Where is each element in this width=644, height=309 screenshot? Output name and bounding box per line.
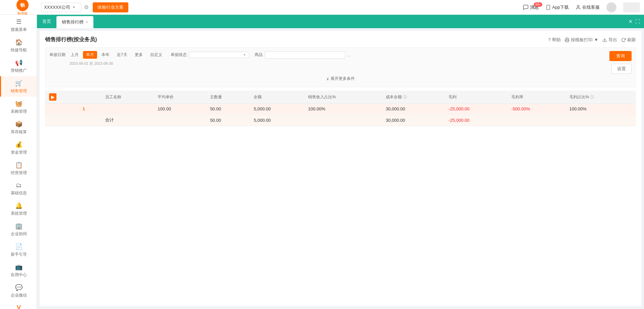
company-selector[interactable]: XXXXXX公司 ▼	[41, 3, 81, 12]
cost-value: 30,000.00	[386, 106, 405, 111]
logo: 畅 标准版	[4, 0, 41, 16]
expand-more-button[interactable]: ∨ 展开更多条件	[326, 76, 355, 82]
sidebar-item-system[interactable]: 🔔 系统管理	[0, 199, 37, 219]
table-row: 1 100.00 50.00	[45, 104, 636, 114]
date-btn-last-month[interactable]: 上月	[68, 51, 82, 59]
content-area: 首页 销售排行榜 × ✕ ⛶ 销售排行榜(按业务员)	[37, 15, 644, 309]
sidebar-item-inventory[interactable]: 📦 库存核算	[0, 117, 37, 138]
sidebar-item-label: 快捷导航	[11, 47, 27, 53]
tab-home-label: 首页	[42, 18, 51, 24]
cost-info-icon[interactable]: ⓘ	[403, 95, 407, 99]
help-icon: ?	[548, 37, 551, 42]
window-expand-icon[interactable]: ⛶	[635, 19, 640, 24]
tab-close-icon[interactable]: ×	[86, 20, 88, 24]
col-rank-icon: ▶	[45, 91, 79, 104]
svg-rect-2	[547, 5, 550, 9]
footer-label-cell	[45, 114, 101, 126]
filter-bar: 单据日期 上月 本月 本年 近7天 更多 自定义	[45, 47, 636, 87]
page-content: 销售排行榜(按业务员) ? 帮助 按模板打印 ▼	[40, 31, 641, 306]
cell-cost: 30,000.00	[382, 104, 444, 114]
date-btn-this-month[interactable]: 本月	[83, 51, 97, 59]
footer-sales-pct	[304, 114, 382, 126]
table-body: 1 100.00 50.00	[45, 104, 636, 114]
export-button[interactable]: 导出	[602, 37, 617, 43]
sidebar-item-label: 系统管理	[11, 211, 27, 216]
sidebar-item-basic[interactable]: 🗂 基础信息	[0, 178, 37, 199]
rank-sort-button[interactable]: ▶	[49, 93, 56, 101]
sidebar-item-member[interactable]: V 畅会员	[0, 301, 37, 309]
sidebar-item-guide[interactable]: 📄 新手引导	[0, 240, 37, 260]
table-footer: 合计 50.00 5,000.00	[45, 114, 636, 126]
top-right-area: 消息 99+ App下载 在线客服	[523, 2, 640, 12]
sidebar-item-marketing[interactable]: 📢 营销推广	[0, 56, 37, 76]
settings-button[interactable]: 设置	[611, 64, 632, 74]
sidebar-item-sales[interactable]: 🛒 销售管理	[0, 76, 37, 97]
sidebar-item-enterprise[interactable]: 🏢 企业协同	[0, 219, 37, 240]
tab-bar-right: ✕ ⛶	[629, 19, 644, 24]
cell-gross: -25,000.00	[444, 104, 507, 114]
print-dropdown-icon[interactable]: ▼	[594, 37, 598, 42]
basic-icon: 🗂	[16, 182, 22, 189]
print-button[interactable]: 按模板打印 ▼	[565, 37, 598, 43]
header-actions: ? 帮助 按模板打印 ▼	[548, 37, 636, 43]
marketing-icon: 📢	[15, 59, 23, 66]
expand-label: 展开更多条件	[331, 76, 355, 82]
app-download-button[interactable]: App下载	[546, 4, 569, 10]
gross-pct-info-icon[interactable]: ⓘ	[590, 95, 594, 99]
online-service-label: 在线客服	[582, 4, 600, 10]
footer-gross-value: -25,000.00	[448, 118, 469, 123]
date-btn-more[interactable]: 更多	[132, 51, 146, 59]
sidebar-item-label: 经营管理	[11, 170, 27, 176]
sidebar-item-quick-nav[interactable]: 🏠 快捷导航	[0, 35, 37, 56]
col-cost: 成本全额 ⓘ	[382, 91, 444, 104]
chevron-down-icon: ▼	[72, 5, 76, 9]
online-service-button[interactable]: 在线客服	[575, 4, 600, 10]
cell-gross-pct: 100.00%	[565, 104, 636, 114]
page-header: 销售排行榜(按业务员) ? 帮助 按模板打印 ▼	[45, 36, 636, 43]
date-range-text: 2023-06-01 至 2023-06-30	[70, 61, 113, 65]
help-button[interactable]: ? 帮助	[548, 37, 561, 43]
date-btn-7days[interactable]: 近7天	[114, 51, 130, 59]
refresh-button[interactable]: 刷新	[621, 37, 636, 43]
company-settings-icon[interactable]: ⚙	[84, 4, 89, 10]
window-close-icon[interactable]: ✕	[629, 19, 633, 24]
goods-input-field[interactable]	[265, 51, 345, 59]
sidebar-item-label: 搜索菜单	[11, 27, 27, 33]
sidebar-item-finance[interactable]: 💰 资金管理	[0, 138, 37, 158]
footer-amount: 5,000.00	[250, 114, 304, 126]
tab-home[interactable]: 首页	[37, 15, 56, 28]
company-name: XXXXXX公司	[44, 4, 70, 10]
footer-gross: -25,000.00	[444, 114, 507, 126]
svg-text:畅: 畅	[20, 2, 25, 8]
sidebar: ☰ 搜索菜单 🏠 快捷导航 📢 营销推广 🛒 销售管理 🧺 采购管理 📦	[0, 15, 37, 309]
col-gross-pct: 毛利占比% ⓘ	[565, 91, 636, 104]
status-dropdown-icon: ▼	[243, 53, 246, 57]
sales-pct-value: 100.00%	[308, 106, 325, 111]
sidebar-item-search-order[interactable]: ☰ 搜索菜单	[0, 15, 37, 35]
cell-rank: 1	[79, 104, 101, 114]
data-table: ▶ 员工名称 平均单价 主数量	[45, 91, 636, 301]
user-name[interactable]	[623, 2, 640, 12]
home-icon: 🏠	[15, 39, 23, 46]
trial-button[interactable]: 体验行业方案	[93, 2, 128, 12]
footer-employee: 合计	[101, 114, 154, 126]
date-btn-custom[interactable]: 自定义	[147, 51, 165, 59]
more-filters-link[interactable]: ...	[347, 53, 351, 57]
gross-rate-value: -500.00%	[511, 106, 530, 111]
expand-down-icon: ∨	[326, 76, 329, 81]
goods-search-input[interactable]	[268, 53, 342, 57]
sidebar-item-app-center[interactable]: 📺 应用中心	[0, 260, 37, 280]
sidebar-item-wechat[interactable]: 💬 企业微信	[0, 280, 37, 301]
date-btn-this-year[interactable]: 本年	[98, 51, 113, 59]
col-gross-rate: 毛利率	[507, 91, 565, 104]
sidebar-item-operations[interactable]: 📋 经营管理	[0, 158, 37, 178]
message-button[interactable]: 消息 99+	[523, 4, 539, 10]
status-select[interactable]: ▼	[189, 52, 249, 58]
date-buttons: 上月 本月 本年 近7天 更多 自定义	[68, 51, 165, 59]
quantity-value: 50.00	[210, 106, 221, 111]
avatar[interactable]	[606, 2, 616, 12]
sidebar-item-purchase[interactable]: 🧺 采购管理	[0, 97, 37, 117]
query-button[interactable]: 查询	[609, 51, 632, 61]
tab-sales-ranking[interactable]: 销售排行榜 ×	[56, 16, 93, 28]
export-label: 导出	[608, 37, 617, 43]
